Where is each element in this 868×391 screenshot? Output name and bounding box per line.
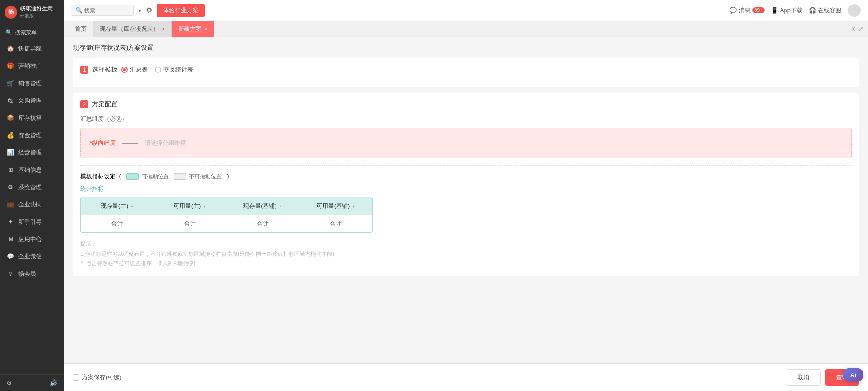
step2-header: 2 方案配置 (80, 100, 852, 108)
tab-inventory-label: 现存量（库存状况表） (100, 25, 159, 33)
sidebar-item-newguide[interactable]: ✦ 新手引导 (0, 213, 64, 231)
indicator-body-row-0: 合计 合计 合计 合计 (81, 215, 372, 232)
tip-item-1: 2. 点击标题栏下拉可设置排序、插入列和删除列 (80, 259, 852, 269)
grid-icon: ⊞ (6, 166, 15, 174)
radio-summary-dot (121, 67, 128, 73)
radio-cross-dot (155, 67, 161, 73)
indicator-cell-0-3: 合计 (299, 215, 372, 232)
app-logo: 畅 畅康通好生意 标准版 (0, 0, 64, 25)
tab-home-label: 首页 (75, 25, 87, 33)
radio-summary[interactable]: 汇总表 (121, 66, 148, 74)
settings-footer-icon[interactable]: ⚙ (6, 379, 12, 386)
indicator-col-3-chevron: ▾ (352, 204, 355, 209)
topbar-left: 🔍 ▾ ⚙ 体验行业方案 (71, 4, 205, 17)
page-title: 现存量(库存状况表)方案设置 (73, 44, 859, 52)
template-radio-group: 汇总表 交叉统计表 (121, 66, 193, 74)
customer-service-button[interactable]: 🎧 在线客服 (809, 6, 842, 15)
radio-cross[interactable]: 交叉统计表 (155, 66, 193, 74)
sidebar-item-wechat[interactable]: 💬 企业微信 (0, 248, 64, 265)
sidebar-item-operation[interactable]: 📊 经营管理 (0, 144, 64, 161)
dim-required-label: *纵向维度 (90, 139, 116, 147)
tab-new-plan-close[interactable]: × (204, 26, 208, 32)
indicator-table-body: 合计 合计 合计 合计 (81, 215, 372, 232)
message-button[interactable]: 💬 消息 99+ (730, 6, 765, 15)
avatar[interactable] (848, 4, 861, 17)
radio-summary-label: 汇总表 (130, 66, 148, 74)
briefcase-icon: 💼 (6, 201, 15, 209)
industry-btn[interactable]: 体验行业方案 (157, 4, 205, 17)
dim-section: 汇总维度（必选） *纵向维度 —— 请选择分组维度 (80, 115, 852, 158)
topbar-dropdown-icon[interactable]: ▾ (138, 7, 141, 14)
step2-card: 2 方案配置 汇总维度（必选） *纵向维度 —— 请选择分组维度 模板指标设定（… (73, 93, 859, 276)
sidebar-item-member[interactable]: V 畅会员 (0, 265, 64, 283)
indicator-col-3[interactable]: 可用量(基辅) ▾ (299, 197, 372, 215)
customer-service-label: 在线客服 (818, 6, 842, 15)
indicator-legend-end: ） (226, 172, 232, 180)
sidebar-item-sales[interactable]: 🛒 销售管理 (0, 75, 64, 92)
tab-home[interactable]: 首页 (68, 21, 93, 37)
sidebar-item-basic[interactable]: ⊞ 基础信息 (0, 161, 64, 179)
phone-icon: 📱 (771, 7, 778, 14)
indicator-col-1[interactable]: 可用量(主) ▾ (153, 197, 226, 215)
gift-icon: 🎁 (6, 62, 15, 70)
indicator-cell-0-2: 合计 (226, 215, 299, 232)
section-divider (80, 165, 852, 166)
app-download-button[interactable]: 📱 App下载 (771, 6, 802, 15)
indicator-col-2-label: 现存量(基辅) (243, 202, 277, 210)
main-area: 🔍 ▾ ⚙ 体验行业方案 💬 消息 99+ 📱 App下载 🎧 在线客服 (64, 0, 868, 391)
legend-non-draggable-label: 不可拖动位置 (189, 173, 222, 180)
search-menu[interactable]: 🔍 搜索菜单 (0, 25, 64, 40)
topbar: 🔍 ▾ ⚙ 体验行业方案 💬 消息 99+ 📱 App下载 🎧 在线客服 (64, 0, 868, 21)
star-icon: ✦ (6, 218, 15, 226)
topbar-search-box[interactable]: 🔍 (71, 5, 134, 16)
cancel-button[interactable]: 取消 (786, 369, 821, 386)
sidebar-item-quick-nav[interactable]: 🏠 快捷导航 (0, 40, 64, 57)
sidebar-item-system[interactable]: ⚙ 系统管理 (0, 179, 64, 196)
box-icon: 📦 (6, 114, 15, 122)
legend-draggable-box (126, 173, 139, 180)
legend-draggable: 可拖动位置 (126, 173, 169, 180)
logo-icon: 畅 (5, 6, 17, 19)
indicator-col-0[interactable]: 现存量(主) ▾ (81, 197, 153, 215)
tab-new-plan[interactable]: 新建方案 × (172, 21, 214, 37)
indicator-cell-0-0: 合计 (81, 215, 153, 232)
tab-inventory-close[interactable]: × (162, 26, 165, 32)
monitor-icon: 🖥 (6, 235, 15, 243)
footer-bar: 方案保存(可选) 取消 查询 (64, 363, 868, 391)
indicator-settings-label: 模板指标设定（ (80, 172, 122, 180)
tab-expand-icon[interactable]: ⤢ (858, 25, 863, 33)
dim-placeholder: 请选择分组维度 (145, 139, 186, 147)
dim-box[interactable]: *纵向维度 —— 请选择分组维度 (80, 128, 852, 158)
app-name: 畅康通好生意 (20, 5, 53, 13)
indicator-label-row: 模板指标设定（ 可拖动位置 不可拖动位置 ） (80, 172, 852, 180)
tab-inventory-status[interactable]: 现存量（库存状况表） × (93, 21, 172, 37)
sidebar-item-finance[interactable]: 💰 资金管理 (0, 127, 64, 144)
sidebar-item-enterprise[interactable]: 💼 企业协同 (0, 196, 64, 213)
indicator-col-1-label: 可用量(主) (174, 202, 201, 210)
sidebar-item-inventory[interactable]: 📦 库存核算 (0, 109, 64, 127)
summary-dim-label: 汇总维度（必选） (80, 115, 852, 123)
indicator-cell-0-1: 合计 (153, 215, 226, 232)
step1-header: 1 选择模板 汇总表 交叉统计表 (80, 66, 852, 74)
dim-arrow: —— (122, 138, 138, 148)
indicator-col-3-label: 可用量(基辅) (317, 202, 350, 210)
topbar-gear-icon[interactable]: ⚙ (146, 6, 152, 15)
search-menu-label: 搜索菜单 (15, 29, 37, 36)
save-checkbox[interactable] (73, 374, 79, 381)
tab-close-all-icon[interactable]: × (851, 25, 855, 33)
headset-icon: 🎧 (809, 7, 816, 14)
ai-float-button[interactable]: Ai (843, 368, 863, 382)
sidebar-item-appstore[interactable]: 🖥 应用中心 (0, 231, 64, 248)
wallet-icon: 💰 (6, 131, 15, 139)
step2-num: 2 (80, 100, 88, 108)
save-option[interactable]: 方案保存(可选) (73, 373, 122, 381)
sidebar-item-marketing[interactable]: 🎁 营销推广 (0, 57, 64, 75)
stat-label: 统计指标 (80, 185, 852, 193)
sidebar-item-purchase[interactable]: 🛍 采购管理 (0, 92, 64, 109)
indicator-col-2[interactable]: 现存量(基辅) ▾ (226, 197, 299, 215)
tabbar: 首页 现存量（库存状况表） × 新建方案 × × ⤢ (64, 21, 868, 37)
topbar-search-input[interactable] (84, 7, 130, 14)
audio-footer-icon[interactable]: 🔊 (50, 379, 57, 386)
indicator-table-header: 现存量(主) ▾ 可用量(主) ▾ 现存量(基辅) ▾ 可用量(基辅) ▾ (81, 197, 372, 215)
indicator-table: 现存量(主) ▾ 可用量(主) ▾ 现存量(基辅) ▾ 可用量(基辅) ▾ (80, 197, 373, 233)
